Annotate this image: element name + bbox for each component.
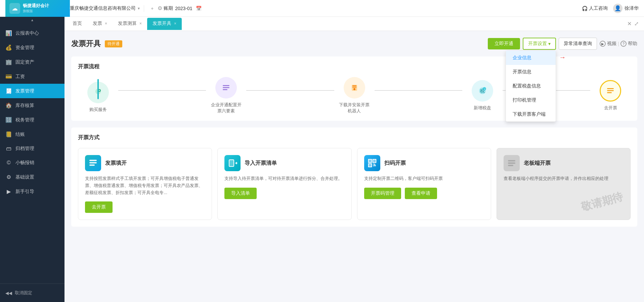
header-actions: 立即开通 开票设置 ▾ → <box>488 38 637 50</box>
tab-home-label: 首页 <box>73 21 82 27</box>
flow-step-5: 去开票 <box>590 80 631 111</box>
svg-text:+: + <box>483 88 485 91</box>
activate-button[interactable]: 立即开通 <box>488 38 520 49</box>
video-help-group: ▶ 视频 | ? 帮助 <box>600 41 637 47</box>
sidebar-label-tax: 税务管理 <box>15 117 34 123</box>
step-1-label: 购买服务 <box>89 107 107 113</box>
fill-invoice-button[interactable]: 去开票 <box>85 201 113 213</box>
cancel-fixed-button[interactable]: ◀◀ 取消固定 <box>0 287 65 299</box>
sidebar-item-settings[interactable]: ⚙ 基础设置 <box>0 170 65 184</box>
period-value: 2023-01 <box>175 6 192 11</box>
card-boss-invoice: 老板端开票 查看老板端小程序提交的开票申请，并作出相应的处理 敬请期待 <box>497 148 631 220</box>
svg-rect-4 <box>223 89 227 90</box>
import-list-button[interactable]: 导入清单 <box>224 188 257 199</box>
close-all-icon[interactable]: ✕ <box>627 21 632 27</box>
sidebar-item-fund[interactable]: 💰 资金管理 <box>0 40 65 55</box>
sidebar-item-asset[interactable]: 🏢 固定资产 <box>0 55 65 69</box>
help-icon: ? <box>620 41 627 47</box>
company-name: 重庆畅捷交通信息咨询有限公司 <box>70 5 136 11</box>
sidebar-label-invoice: 发票管理 <box>15 88 34 94</box>
tab-estimate-close[interactable]: × <box>139 21 142 26</box>
dropdown-invoice-info[interactable]: 开票信息 <box>506 65 556 79</box>
sidebar-item-payroll[interactable]: 💳 工资 <box>0 69 65 84</box>
sidebar-item-archive[interactable]: 🗃 归档管理 <box>0 142 65 156</box>
sidebar-label-fund: 资金管理 <box>15 45 34 51</box>
step-2-icon <box>215 77 237 99</box>
tab-issue-close[interactable]: × <box>174 21 176 26</box>
sidebar-label-payroll: 工资 <box>15 74 25 80</box>
dropdown-tax-disk[interactable]: 配置税盘信息 <box>506 79 556 93</box>
sidebar-item-accounting[interactable]: 📒 结账 <box>0 127 65 142</box>
tab-issue[interactable]: 发票开具 × <box>147 18 182 30</box>
asset-icon: 🏢 <box>5 59 12 65</box>
card-fill-invoice: 发票填开 支持按照发票样式手工填开发票；可开具增值税电子普通发票、增值税普通发票… <box>78 148 212 220</box>
svg-rect-2 <box>223 85 229 86</box>
sidebar-item-cloud-report[interactable]: 📊 云报表中心 <box>0 26 65 40</box>
logo-icon: ☁ <box>9 3 20 14</box>
methods-grid: 发票填开 支持按照发票样式手工填开发票；可开具增值税电子普通发票、增值税普通发票… <box>78 148 631 220</box>
tab-bar-actions: ✕ ⤢ <box>627 21 641 27</box>
sidebar-item-inventory[interactable]: 🏠 库存核算 <box>0 98 65 113</box>
tab-invoice-close[interactable]: × <box>105 21 107 26</box>
dropdown-printer[interactable]: 打印机管理 <box>506 93 556 107</box>
sidebar-label-accounting: 结账 <box>15 131 25 138</box>
svg-rect-16 <box>89 160 97 161</box>
maximize-icon[interactable]: ⤢ <box>634 21 639 27</box>
top-bar-right: 🎧 人工咨询 👤 徐泽华 <box>582 4 639 13</box>
svg-rect-25 <box>369 164 371 166</box>
tab-bar: 首页 发票 × 发票测算 × 发票开具 × ✕ ⤢ <box>65 17 644 31</box>
tab-estimate[interactable]: 发票测算 × <box>113 18 147 30</box>
svg-rect-28 <box>373 165 376 166</box>
card-fill-header: 发票填开 <box>85 155 205 171</box>
scan-view-apply-button[interactable]: 查看申请 <box>405 188 437 199</box>
svg-rect-32 <box>508 165 513 166</box>
connector-3 <box>375 90 462 91</box>
settings-gear-icon[interactable]: ⚙ <box>158 5 162 11</box>
user-menu[interactable]: 👤 徐泽华 <box>613 4 639 13</box>
card-boss-title: 老板端开票 <box>524 160 551 167</box>
sidebar-item-guide[interactable]: ▶ 新手引导 <box>0 184 65 199</box>
add-button[interactable]: + <box>151 6 154 11</box>
settings-btn-label: 开票设置 <box>528 41 547 47</box>
tab-invoice-label: 发票 <box>93 21 102 27</box>
anomaly-button[interactable]: 异常清单查询 <box>559 38 597 50</box>
tab-home[interactable]: 首页 <box>67 18 87 30</box>
sidebar-label-guide: 新手引导 <box>15 189 34 195</box>
card-scan-header: 扫码开票 <box>364 155 484 171</box>
sidebar-item-tax[interactable]: 🔢 税务管理 <box>0 113 65 127</box>
sidebar-item-invoice[interactable]: 🧾 发票管理 <box>0 84 65 98</box>
scan-code-manage-button[interactable]: 开票码管理 <box>364 188 401 199</box>
card-import-list: 导入开票清单 支持导入待开票清单，可对待开票清单进行拆分、合并处理。 导入清单 <box>217 148 351 220</box>
svg-rect-13 <box>607 88 614 89</box>
flow-step-1: 购买服务 <box>78 78 118 113</box>
period-label: 账期 <box>164 5 173 11</box>
top-bar: ☁ 畅捷通好会计 旗舰版 重庆畅捷交通信息咨询有限公司 ▾ + ⚙ 账期 202… <box>0 0 644 17</box>
cancel-fixed-label: 取消固定 <box>15 290 32 296</box>
payroll-icon: 💳 <box>5 73 12 80</box>
period-selector[interactable]: 账期 2023-01 📅 <box>164 5 201 11</box>
company-selector[interactable]: 重庆畅捷交通信息咨询有限公司 ▾ <box>70 5 140 11</box>
tab-issue-label: 发票开具 <box>153 21 171 27</box>
dropdown-company-info[interactable]: 企业信息 <box>506 51 556 65</box>
help-label[interactable]: 帮助 <box>628 41 637 47</box>
settings-dropdown-menu: → 企业信息 开票信息 配置税盘信息 <box>506 50 556 122</box>
svg-rect-24 <box>369 160 371 162</box>
sidebar: ▲ 📊 云报表中心 💰 资金管理 🏢 固定资产 💳 工资 <box>0 17 65 302</box>
dropdown-download-client[interactable]: 下载开票客户端 <box>506 107 556 121</box>
flow-step-3: 下载并安装开票机器人 <box>334 77 375 114</box>
page-header: 发票开具 待开通 立即开通 开票设置 ▾ <box>71 38 637 50</box>
card-scan-invoice: 扫码开票 支持定制开票二维码，客户端可扫码开票 开票码管理 查看申请 <box>357 148 491 220</box>
settings-button[interactable]: 开票设置 ▾ <box>523 38 556 50</box>
card-fill-title: 发票填开 <box>105 160 127 167</box>
user-avatar: 👤 <box>613 4 622 13</box>
flow-step-4: 税+ 新增税盘 <box>462 80 503 111</box>
sidebar-item-xiaochang[interactable]: © 小畅报销 <box>0 156 65 170</box>
step-4-label: 新增税盘 <box>474 105 491 111</box>
service-button[interactable]: 🎧 人工咨询 <box>582 5 608 11</box>
sidebar-label-asset: 固定资产 <box>15 59 34 65</box>
tab-invoice[interactable]: 发票 × <box>87 18 113 30</box>
svg-rect-3 <box>223 87 229 88</box>
video-label[interactable]: 视频 <box>607 41 616 47</box>
svg-rect-29 <box>375 164 375 166</box>
sidebar-scroll-up[interactable]: ▲ <box>0 17 65 23</box>
